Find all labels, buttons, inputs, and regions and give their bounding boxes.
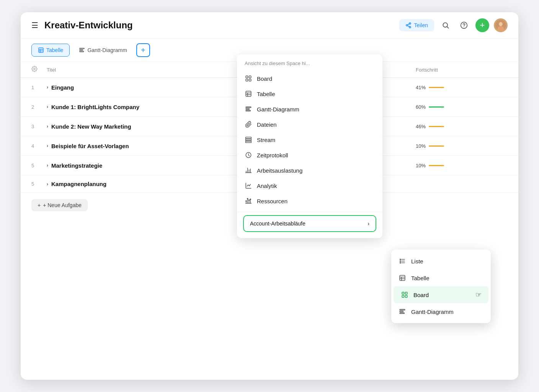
dropdown-item-analytik[interactable]: Analytik	[237, 178, 382, 193]
share-button[interactable]: Teilen	[399, 19, 434, 31]
progress-cell: 41%	[416, 85, 462, 90]
tab-tabelle-label: Tabelle	[46, 47, 63, 53]
svg-rect-23	[249, 79, 251, 81]
dropdown-item-board[interactable]: Board	[237, 71, 382, 86]
progress-column-header: Fortschritt	[416, 67, 462, 73]
svg-rect-29	[246, 109, 249, 109]
dropdown-dateien-label: Dateien	[257, 121, 277, 128]
cursor-icon: ☞	[475, 291, 482, 299]
svg-rect-62	[405, 296, 407, 297]
help-icon	[460, 21, 468, 29]
row-title-text: Kunde 1: BrightLights Company	[51, 104, 139, 110]
search-icon	[442, 21, 449, 29]
svg-rect-31	[246, 137, 252, 139]
svg-rect-33	[246, 141, 252, 143]
svg-rect-22	[246, 79, 248, 81]
tab-tabelle[interactable]: Tabelle	[31, 44, 70, 57]
table-icon	[38, 47, 44, 53]
progress-bar	[429, 106, 444, 108]
svg-rect-64	[400, 311, 403, 312]
share-label: Teilen	[414, 22, 428, 28]
sub-dropdown-item-liste[interactable]: Liste	[391, 253, 491, 270]
chevron-right-icon: ›	[47, 104, 48, 109]
add-button[interactable]: +	[475, 18, 489, 32]
app-window: ☰ Kreativ-Entwicklung Teilen	[21, 12, 518, 380]
gantt-icon-dd	[245, 105, 252, 113]
sub-dropdown-tabelle-label: Tabelle	[411, 275, 430, 281]
svg-rect-18	[80, 51, 84, 52]
row-title-text: Beispiele für Asset-Vorlagen	[51, 143, 129, 149]
tab-gantt[interactable]: Gantt-Diagramm	[73, 44, 133, 56]
table-icon-sub	[398, 274, 407, 282]
svg-point-48	[250, 199, 251, 199]
row-title-text: Marketingstrategie	[51, 162, 102, 169]
row-num: 4	[31, 143, 47, 149]
svg-rect-17	[80, 50, 83, 51]
settings-column-icon[interactable]	[31, 66, 47, 74]
progress-cell: 60%	[416, 104, 462, 110]
dropdown-item-stream[interactable]: Stream	[237, 132, 382, 147]
dropdown-item-gantt[interactable]: Gantt-Diagramm	[237, 101, 382, 117]
svg-rect-28	[246, 107, 251, 108]
dropdown-item-tabelle[interactable]: Tabelle	[237, 86, 382, 101]
clock-icon	[245, 151, 252, 159]
table-icon-dd	[245, 90, 252, 98]
clip-icon	[245, 121, 252, 128]
svg-rect-59	[402, 292, 404, 294]
dropdown-item-dateien[interactable]: Dateien	[237, 117, 382, 132]
sub-dropdown-gantt-label: Gantt-Diagramm	[411, 309, 454, 315]
account-workflows-button[interactable]: Account-Arbeitsabläufe ›	[243, 215, 376, 232]
add-tab-button[interactable]: +	[136, 43, 150, 57]
dropdown-item-arbeitsauslastung[interactable]: Arbeitsauslastung	[237, 163, 382, 178]
dropdown-item-ressourcen[interactable]: Ressourcen	[237, 193, 382, 209]
share-icon	[405, 22, 412, 28]
dropdown-zeitprotokoll-label: Zeitprotokoll	[257, 152, 288, 158]
svg-line-3	[408, 26, 410, 27]
svg-point-53	[400, 261, 401, 261]
progress-value: 41%	[416, 85, 426, 90]
svg-point-46	[247, 198, 248, 199]
gantt-icon	[79, 47, 85, 53]
progress-value: 46%	[416, 124, 426, 129]
sub-dropdown-item-board[interactable]: Board ☞	[394, 286, 488, 303]
search-button[interactable]	[439, 18, 452, 32]
svg-rect-32	[246, 139, 252, 141]
svg-rect-65	[400, 313, 404, 314]
help-button[interactable]	[457, 18, 471, 32]
progress-value: 60%	[416, 104, 426, 110]
row-num: 3	[31, 124, 47, 129]
sub-dropdown-board-label: Board	[413, 292, 429, 298]
svg-point-47	[248, 200, 249, 201]
main-dropdown: Ansicht zu diesem Space hi... Board	[237, 54, 382, 238]
svg-point-45	[246, 201, 247, 201]
add-tab-icon: +	[141, 46, 145, 55]
avatar-image	[495, 20, 506, 31]
dropdown-arbeitsauslastung-label: Arbeitsauslastung	[257, 167, 302, 174]
chevron-right-icon: ›	[47, 124, 48, 129]
header: ☰ Kreativ-Entwicklung Teilen	[21, 12, 518, 39]
new-task-button[interactable]: + + Neue Aufgabe	[31, 199, 88, 211]
sub-dropdown-item-tabelle[interactable]: Tabelle	[391, 270, 491, 286]
sub-dropdown-liste-label: Liste	[411, 258, 423, 265]
header-actions: Teilen +	[399, 18, 508, 32]
new-task-label: + Neue Aufgabe	[43, 202, 82, 208]
row-num: 2	[31, 104, 47, 110]
sub-dropdown-item-gantt[interactable]: Gantt-Diagramm	[391, 303, 491, 320]
svg-line-4	[408, 24, 410, 25]
dropdown-analytik-label: Analytik	[257, 183, 277, 189]
svg-rect-24	[246, 91, 251, 96]
progress-bar	[429, 145, 444, 147]
stream-icon	[245, 136, 252, 144]
account-workflows-arrow: ›	[368, 220, 369, 227]
resources-icon	[245, 197, 252, 205]
svg-rect-12	[39, 48, 43, 52]
svg-rect-30	[246, 110, 250, 111]
plus-icon: +	[38, 202, 41, 208]
avatar[interactable]	[494, 18, 508, 32]
row-num: 5	[31, 163, 47, 168]
chevron-right-icon: ›	[47, 163, 48, 168]
progress-bar	[429, 87, 444, 88]
sub-dropdown: Liste Tabelle Board	[391, 250, 491, 323]
hamburger-icon[interactable]: ☰	[31, 21, 38, 30]
dropdown-item-zeitprotokoll[interactable]: Zeitprotokoll	[237, 147, 382, 163]
